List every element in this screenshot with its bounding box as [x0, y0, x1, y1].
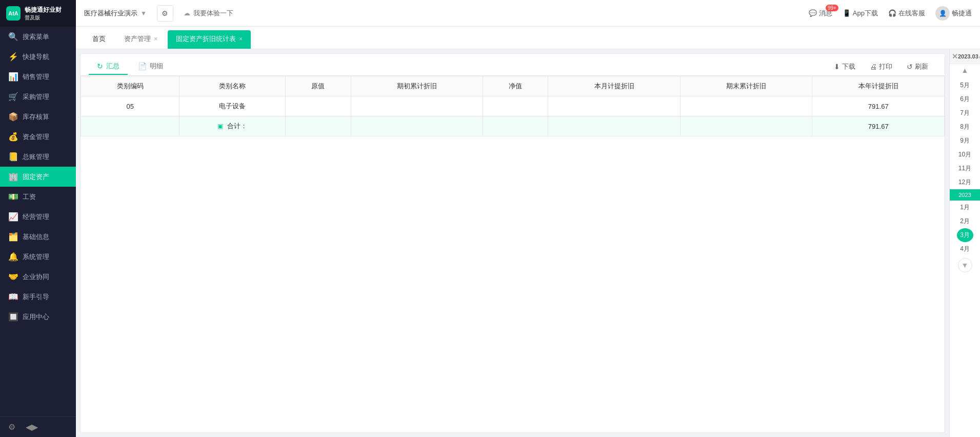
topbar: 医疗器械行业演示 ▼ ⚙ ☁ 我要体验一下 💬 消息 99+ 📱 App下载 🎧… — [76, 0, 980, 27]
date-item-11[interactable]: 11月 — [950, 162, 980, 175]
date-panel-header: ✕ 2023.03 ⤢ — [950, 49, 980, 64]
date-item-7[interactable]: 7月 — [950, 106, 980, 120]
subtotal-icon: ▣ — [217, 123, 223, 130]
sidebar-item-system[interactable]: 🔔 系统管理 — [0, 247, 76, 267]
col-acc-dep: 期初累计折旧 — [351, 76, 483, 96]
app-download-button[interactable]: 📱 App下载 — [843, 9, 878, 18]
sidebar-item-sales[interactable]: 📊 销售管理 — [0, 67, 76, 87]
subtab-bar: ↻ 汇总 📄 明细 ⬇ 下载 🖨 打印 — [81, 54, 945, 76]
sidebar-item-salary[interactable]: 💵 工资 — [0, 187, 76, 207]
date-panel-title: 2023.03 — [958, 53, 978, 59]
experience-button[interactable]: ☁ 我要体验一下 — [184, 9, 233, 18]
ledger-icon: 📒 — [8, 152, 17, 162]
cooperation-icon: 🤝 — [8, 272, 17, 282]
sidebar-bottom: ⚙ ◀▶ — [0, 416, 76, 437]
date-item-10[interactable]: 10月 — [950, 148, 980, 162]
sidebar-item-cooperation[interactable]: 🤝 企业协同 — [0, 267, 76, 287]
date-nav-up[interactable]: ▲ — [950, 64, 980, 76]
print-button[interactable]: 🖨 打印 — [866, 60, 896, 73]
detail-icon: 📄 — [138, 62, 147, 70]
customer-service-button[interactable]: 🎧 在线客服 — [888, 9, 925, 18]
sidebar-item-search[interactable]: 🔍 搜索菜单 — [0, 27, 76, 47]
collapse-icon[interactable]: ◀▶ — [26, 422, 38, 432]
download-icon: 📱 — [843, 9, 851, 17]
subtotal-net — [483, 116, 548, 136]
cloud-icon: ☁ — [184, 9, 190, 17]
date-item-2023-1[interactable]: 1月 — [950, 201, 980, 214]
cell-original — [286, 96, 351, 116]
subtotal-label — [81, 116, 179, 136]
company-arrow-icon: ▼ — [141, 10, 147, 17]
download-icon: ⬇ — [834, 63, 840, 71]
date-item-5[interactable]: 5月 — [950, 78, 980, 92]
system-icon: 🔔 — [8, 252, 17, 262]
notifications-button[interactable]: 💬 消息 99+ — [809, 9, 832, 18]
date-item-2023-2[interactable]: 2月 — [950, 214, 980, 228]
subtab-detail[interactable]: 📄 明细 — [130, 58, 171, 75]
subtotal-yearly: 791.67 — [812, 116, 945, 136]
sidebar-item-fixedassets[interactable]: 🏢 固定资产 — [0, 167, 76, 187]
management-icon: 📈 — [8, 212, 17, 222]
cell-monthly — [548, 96, 680, 116]
sidebar-item-inventory[interactable]: 📦 库存核算 — [0, 107, 76, 127]
tab-close-asset-management[interactable]: × — [154, 35, 157, 43]
sidebar-item-purchase[interactable]: 🛒 采购管理 — [0, 87, 76, 107]
settings-button[interactable]: ⚙ — [157, 5, 173, 22]
date-item-2023-3[interactable]: 3月 — [957, 228, 973, 242]
sidebar-item-basicinfo[interactable]: 🗂️ 基础信息 — [0, 227, 76, 247]
depreciation-table: 类别编码 类别名称 原值 期初累计折旧 净值 本月计提折旧 期末累计折旧 本年计… — [81, 76, 945, 136]
date-panel-close-icon[interactable]: ✕ — [952, 52, 958, 61]
main-content: 医疗器械行业演示 ▼ ⚙ ☁ 我要体验一下 💬 消息 99+ 📱 App下载 🎧… — [76, 0, 980, 437]
avatar: 👤 — [935, 6, 950, 21]
cell-acc-dep — [351, 96, 483, 116]
col-monthly: 本月计提折旧 — [548, 76, 680, 96]
toolbar: ⬇ 下载 🖨 打印 ↺ 刷新 — [826, 58, 936, 75]
sidebar: AtA 畅捷通好业财 普及版 🔍 搜索菜单 ⚡ 快捷导航 📊 销售管理 🛒 采购… — [0, 0, 76, 437]
summary-icon: ↻ — [97, 62, 103, 70]
tab-fixed-asset-depreciation[interactable]: 固定资产折旧统计表 × — [168, 30, 251, 49]
date-item-8[interactable]: 8月 — [950, 120, 980, 134]
tab-close-fixed-asset-depreciation[interactable]: × — [239, 35, 243, 43]
headset-icon: 🎧 — [888, 9, 896, 17]
date-item-6[interactable]: 6月 — [950, 92, 980, 106]
date-item-2023-4[interactable]: 4月 — [950, 242, 980, 256]
print-icon: 🖨 — [870, 63, 877, 71]
table-row: 05 电子设备 791.67 — [81, 96, 945, 116]
company-selector[interactable]: 医疗器械行业演示 ▼ — [84, 9, 147, 18]
col-yearly: 本年计提折旧 — [812, 76, 945, 96]
appcenter-icon: 🔲 — [8, 312, 17, 322]
sales-icon: 📊 — [8, 72, 17, 82]
user-profile[interactable]: 👤 畅捷通 — [935, 6, 972, 21]
inventory-icon: 📦 — [8, 112, 17, 122]
tab-asset-management[interactable]: 资产管理 × — [116, 30, 166, 49]
download-button[interactable]: ⬇ 下载 — [830, 60, 859, 73]
subtotal-ending-acc — [680, 116, 812, 136]
sidebar-item-ledger[interactable]: 📒 总账管理 — [0, 147, 76, 167]
nav-down-circle-icon[interactable]: ▼ — [958, 258, 972, 272]
subtotal-row: ▣ 合计： 791.67 — [81, 116, 945, 136]
date-nav-down-circle[interactable]: ▼ — [950, 256, 980, 274]
company-name: 医疗器械行业演示 — [84, 9, 137, 18]
sidebar-item-finance[interactable]: 💰 资金管理 — [0, 127, 76, 147]
sidebar-item-appcenter[interactable]: 🔲 应用中心 — [0, 307, 76, 327]
topbar-right: 💬 消息 99+ 📱 App下载 🎧 在线客服 👤 畅捷通 — [809, 6, 972, 21]
col-code: 类别编码 — [81, 76, 179, 96]
date-item-12[interactable]: 12月 — [950, 175, 980, 189]
settings-bottom-icon[interactable]: ⚙ — [8, 422, 15, 432]
fixedassets-icon: 🏢 — [8, 172, 17, 182]
sidebar-item-management[interactable]: 📈 经营管理 — [0, 207, 76, 227]
sidebar-item-guide[interactable]: 📖 新手引导 — [0, 287, 76, 307]
subtab-summary[interactable]: ↻ 汇总 — [89, 58, 128, 75]
sidebar-item-quicknav[interactable]: ⚡ 快捷导航 — [0, 47, 76, 67]
refresh-button[interactable]: ↺ 刷新 — [903, 60, 932, 73]
page-area: ↻ 汇总 📄 明细 ⬇ 下载 🖨 打印 — [76, 49, 980, 437]
tab-home[interactable]: 首页 — [84, 30, 114, 49]
search-icon: 🔍 — [8, 32, 17, 42]
date-year-2023: 2023 — [950, 189, 980, 201]
quicknav-icon: ⚡ — [8, 52, 17, 62]
app-logo-text: 畅捷通好业财 普及版 — [25, 6, 62, 22]
date-panel: ✕ 2023.03 ⤢ ▲ 5月 6月 7月 8月 9月 10月 11月 12月… — [949, 49, 980, 437]
salary-icon: 💵 — [8, 192, 17, 202]
subtotal-acc-dep — [351, 116, 483, 136]
date-item-9[interactable]: 9月 — [950, 134, 980, 148]
